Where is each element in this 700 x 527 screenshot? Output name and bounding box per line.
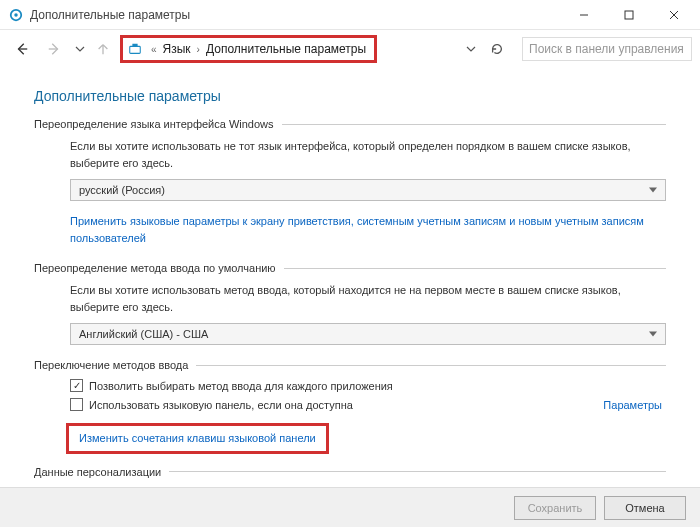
checkbox-per-app-label: Позволить выбирать метод ввода для каждо… [89,380,393,392]
language-bar-options-link[interactable]: Параметры [603,399,666,411]
maximize-button[interactable] [606,1,651,29]
breadcrumb-prefix: « [147,44,161,55]
checkbox-language-bar[interactable]: Использовать языковую панель, если она д… [70,398,353,411]
svg-point-1 [14,13,18,17]
checkbox-checked-icon: ✓ [70,379,83,392]
breadcrumb-item-language[interactable]: Язык [161,42,193,56]
input-method-value: Английский (США) - США [79,328,208,340]
window-title: Дополнительные параметры [30,8,190,22]
highlighted-hotkeys-box: Изменить сочетания клавиш языковой панел… [66,423,329,454]
section-header-personalization: Данные персонализации [34,466,666,478]
breadcrumb-item-advanced[interactable]: Дополнительные параметры [204,42,368,56]
chevron-right-icon: › [193,44,204,55]
minimize-button[interactable] [561,1,606,29]
navbar: « Язык › Дополнительные параметры Поиск … [0,30,700,68]
address-dropdown-button[interactable] [462,40,480,58]
svg-rect-3 [625,11,633,19]
cancel-button[interactable]: Отмена [604,496,686,520]
checkbox-per-app-input[interactable]: ✓ Позволить выбирать метод ввода для каж… [70,379,666,392]
svg-rect-9 [132,44,137,47]
breadcrumb[interactable]: « Язык › Дополнительные параметры [120,35,377,63]
section-header-switch-input: Переключение методов ввода [34,359,666,371]
display-language-select[interactable]: русский (Россия) [70,179,666,201]
change-hotkeys-link[interactable]: Изменить сочетания клавиш языковой панел… [79,430,316,447]
page-title: Дополнительные параметры [34,88,666,104]
section-header-display-language: Переопределение языка интерфейса Windows [34,118,666,130]
nav-forward-button[interactable] [40,35,68,63]
checkbox-unchecked-icon [70,398,83,411]
refresh-button[interactable] [486,38,508,60]
checkbox-language-bar-label: Использовать языковую панель, если она д… [89,399,353,411]
input-method-description: Если вы хотите использовать метод ввода,… [70,282,666,315]
display-language-description: Если вы хотите использовать не тот язык … [70,138,666,171]
input-method-select[interactable]: Английский (США) - США [70,323,666,345]
close-button[interactable] [651,1,696,29]
search-placeholder: Поиск в панели управления [529,42,684,56]
nav-recent-button[interactable] [72,35,88,63]
search-input[interactable]: Поиск в панели управления [522,37,692,61]
save-button[interactable]: Сохранить [514,496,596,520]
nav-up-button[interactable] [92,35,114,63]
titlebar: Дополнительные параметры [0,0,700,30]
control-panel-crumb-icon [127,41,143,57]
display-language-value: русский (Россия) [79,184,165,196]
section-header-input-method: Переопределение метода ввода по умолчани… [34,262,666,274]
svg-rect-8 [130,46,141,53]
apply-to-welcome-screen-link[interactable]: Применить языковые параметры к экрану пр… [70,213,666,246]
nav-back-button[interactable] [8,35,36,63]
content-area: Дополнительные параметры Переопределение… [0,68,700,519]
control-panel-icon [8,7,24,23]
footer-bar: Сохранить Отмена [0,487,700,527]
